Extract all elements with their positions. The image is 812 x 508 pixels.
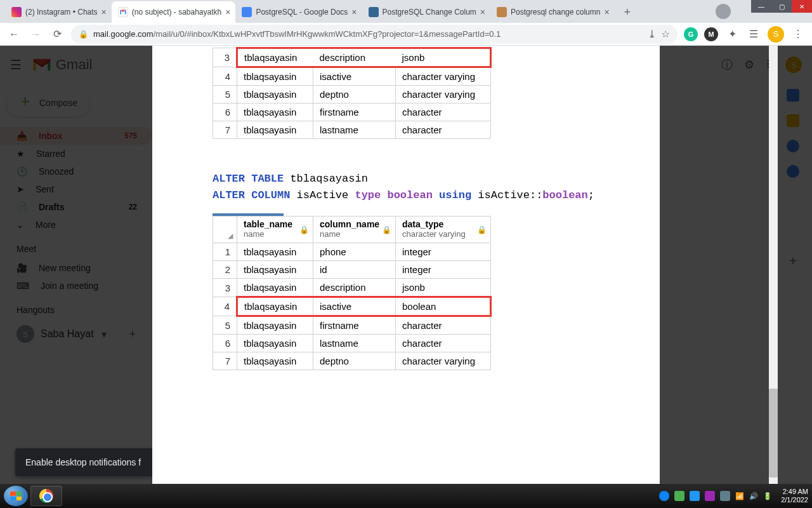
extensions-icon[interactable]: ✦ [724, 28, 740, 40]
sql-code: ALTER TABLE tblaqsayasin ALTER COLUMN is… [213, 171, 660, 203]
reload-button[interactable]: ⟳ [49, 28, 65, 40]
sort-icon[interactable]: ◢ [228, 232, 233, 240]
postgres-icon [369, 7, 379, 17]
tab-gdocs[interactable]: PostgreSQL - Google Docs × [235, 1, 362, 23]
tab-close-icon[interactable]: × [480, 7, 485, 17]
tab-title: (2) Instagram • Chats [25, 8, 98, 17]
table-row: 3tblaqsayasindescriptionjsonb [213, 48, 491, 67]
db-table-after: ◢ table_namename🔒 column_namename🔒 data_… [213, 216, 492, 370]
col-subheader: name [320, 229, 389, 239]
scrollbar-thumb[interactable] [769, 389, 778, 478]
db-table-before: 3tblaqsayasindescriptionjsonb4tblaqsayas… [213, 47, 492, 139]
tab-close-icon[interactable]: × [102, 7, 107, 17]
table-row: 4tblaqsayasinisactivecharacter varying [213, 67, 491, 86]
tray-icon[interactable] [674, 491, 684, 501]
system-tray: 📶 🔊 🔋 2:49 AM 2/1/2022 [659, 488, 808, 504]
tray-icon[interactable] [690, 491, 700, 501]
gdocs-icon [242, 7, 252, 17]
lock-icon: 🔒 [299, 225, 309, 234]
extension-m-icon[interactable]: M [704, 27, 718, 41]
clock-time: 2:49 AM [781, 488, 808, 496]
volume-icon[interactable]: 🔊 [749, 492, 758, 500]
table-row: 4tblaqsayasinisactiveboolean [213, 297, 491, 316]
install-icon[interactable]: ⤓ [648, 28, 656, 40]
chrome-profile-icon[interactable] [716, 4, 731, 19]
table-row: 5tblaqsayasindeptnocharacter varying [213, 86, 491, 104]
profile-avatar[interactable]: S [768, 26, 784, 43]
reading-list-icon[interactable]: ☰ [746, 28, 761, 40]
tab-close-icon[interactable]: × [351, 7, 357, 17]
instagram-icon [11, 7, 22, 17]
tab-bar: (2) Instagram • Chats × (no subject) - s… [0, 0, 812, 23]
gmail-icon [118, 7, 128, 17]
col-header: column_name [320, 219, 389, 229]
lock-icon: 🔒 [79, 30, 88, 39]
tab-close-icon[interactable]: × [604, 7, 609, 17]
tab-title: (no subject) - sabahayatkh [132, 8, 221, 17]
notification-toast[interactable]: Enable desktop notifications f [15, 448, 155, 476]
taskbar-chrome[interactable] [30, 486, 62, 506]
tray-icon[interactable] [705, 491, 715, 501]
tab-gmail[interactable]: (no subject) - sabahayatkh × [112, 1, 236, 23]
grammarly-icon[interactable]: G [684, 27, 698, 41]
chrome-icon [39, 489, 53, 503]
col-subheader: name [244, 229, 306, 239]
toolbar: ← → ⟳ 🔒 mail.google.com/mail/u/0/#inbox/… [0, 23, 812, 46]
taskbar: 📶 🔊 🔋 2:49 AM 2/1/2022 [0, 484, 812, 508]
table-row: 7tblaqsayasindeptnocharacter varying [213, 352, 491, 370]
address-bar[interactable]: 🔒 mail.google.com/mail/u/0/#inbox/KtbxLw… [71, 25, 678, 44]
tab-postgres2[interactable]: Postgresql change column × [490, 1, 615, 23]
table-row: 1tblaqsayasinphoneinteger [213, 243, 491, 261]
back-button[interactable]: ← [6, 29, 22, 40]
tab-title: PostgreSQL - Google Docs [256, 8, 348, 17]
tab-title: PostgreSQL Change Colum [383, 8, 476, 17]
col-header: table_name [244, 219, 306, 229]
attachment-preview: 3tblaqsayasindescriptionjsonb4tblaqsayas… [152, 46, 660, 484]
table-row: 2tblaqsayasinidinteger [213, 261, 491, 279]
clock-date: 2/1/2022 [781, 496, 808, 504]
table-row: 7tblaqsayasinlastnamecharacter [213, 121, 491, 139]
start-button[interactable] [4, 486, 28, 506]
tray-icon[interactable] [659, 491, 669, 501]
col-header: data_type [402, 219, 484, 229]
window-maximize[interactable]: ▢ [771, 0, 792, 13]
tab-postgres1[interactable]: PostgreSQL Change Colum × [362, 1, 491, 23]
tray-icon[interactable] [720, 491, 730, 501]
window-close[interactable]: ✕ [792, 0, 812, 13]
forward-button[interactable]: → [28, 29, 43, 40]
tab-instagram[interactable]: (2) Instagram • Chats × [5, 1, 112, 23]
new-tab-button[interactable]: + [619, 3, 636, 21]
table-row: 6tblaqsayasinlastnamecharacter [213, 335, 491, 352]
col-subheader: character varying [402, 229, 484, 239]
url-text: mail.google.com/mail/u/0/#inbox/KtbxLwHP… [93, 29, 648, 39]
table-row: 6tblaqsayasinfirstnamecharacter [213, 104, 491, 121]
table-row: 3tblaqsayasindescriptionjsonb [213, 279, 491, 297]
tab-title: Postgresql change column [511, 8, 600, 17]
battery-icon[interactable]: 🔋 [763, 492, 772, 500]
star-icon[interactable]: ☆ [661, 28, 670, 40]
table-row: 5tblaqsayasinfirstnamecharacter [213, 316, 491, 335]
lock-icon: 🔒 [382, 225, 391, 234]
tab-close-icon[interactable]: × [225, 7, 230, 17]
network-icon[interactable]: 📶 [735, 492, 744, 500]
menu-icon[interactable]: ⋮ [790, 28, 806, 40]
windows-icon [10, 491, 22, 500]
system-clock[interactable]: 2:49 AM 2/1/2022 [781, 488, 808, 504]
scrollbar-track[interactable] [769, 46, 778, 484]
lock-icon: 🔒 [477, 225, 487, 234]
site-icon [497, 7, 507, 17]
window-minimize[interactable]: — [751, 0, 771, 13]
